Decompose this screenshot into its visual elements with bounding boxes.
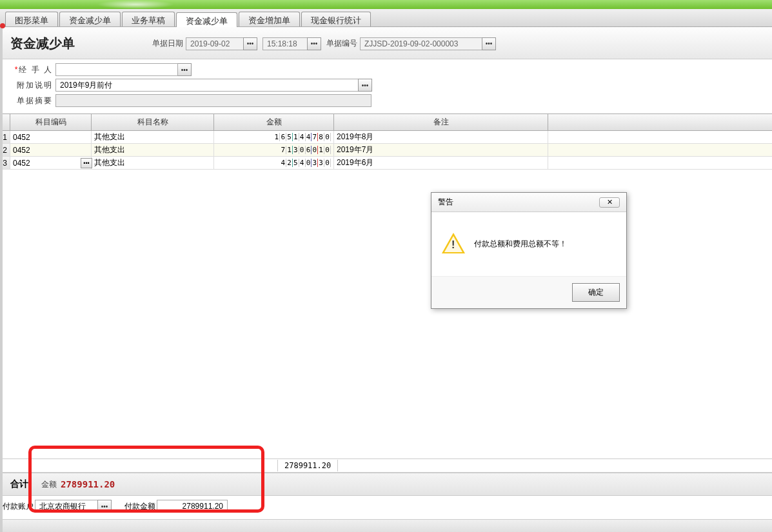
cell-amount[interactable]: 71306010 xyxy=(214,144,334,156)
docno-lookup-button[interactable]: ••• xyxy=(482,37,496,50)
tab-graphics-menu[interactable]: 图形菜单 xyxy=(5,12,58,26)
cell-remark[interactable]: 2019年7月 xyxy=(334,144,548,156)
docno-label: 单据编号 xyxy=(326,38,357,49)
dialog-body: ! 付款总额和费用总额不等！ xyxy=(431,212,626,277)
warning-icon: ! xyxy=(442,233,465,256)
note-input[interactable]: 2019年9月前付 xyxy=(55,79,359,92)
cell-code[interactable]: 0452 xyxy=(10,131,92,143)
grid-body: 10452其他支出1651447802019年8月20452其他支出713060… xyxy=(0,131,772,170)
window-chrome-top xyxy=(0,0,772,9)
cell-amount[interactable]: 165144780 xyxy=(214,131,334,143)
cell-code[interactable]: 0452••• xyxy=(10,157,92,169)
dialog-footer: 确定 xyxy=(431,277,626,308)
date-label: 单据日期 xyxy=(152,38,183,49)
col-amount[interactable]: 金额 xyxy=(214,114,334,130)
total-amount-value: 2789911.20 xyxy=(61,479,115,489)
handler-input[interactable] xyxy=(55,63,178,76)
tab-fund-decrease-1[interactable]: 资金减少单 xyxy=(59,12,121,26)
cell-amount[interactable]: 42540330 xyxy=(214,157,334,169)
row-lookup-button[interactable]: ••• xyxy=(81,158,92,168)
dialog-ok-button[interactable]: 确定 xyxy=(572,283,620,302)
tab-business-draft[interactable]: 业务草稿 xyxy=(122,12,175,26)
tab-bar: 图形菜单 资金减少单 业务草稿 资金减少单 资金增加单 现金银行统计 xyxy=(0,9,772,27)
pay-amount-label: 付款金额 xyxy=(124,501,155,512)
grid-header: 科目编码 科目名称 金额 备注 xyxy=(0,113,772,131)
docno-input[interactable]: ZJJSD-2019-09-02-000003 xyxy=(360,37,482,50)
note-lookup-button[interactable]: ••• xyxy=(358,79,372,92)
cell-name[interactable]: 其他支出 xyxy=(92,157,214,169)
page-title: 资金减少单 xyxy=(10,35,75,52)
document-header: 资金减少单 单据日期 2019-09-02 ••• 15:18:18 ••• 单… xyxy=(0,27,772,59)
warning-dialog: 警告 ✕ ! 付款总额和费用总额不等！ 确定 xyxy=(431,192,627,309)
table-row[interactable]: 10452其他支出1651447802019年8月 xyxy=(0,131,772,144)
cell-name[interactable]: 其他支出 xyxy=(92,131,214,143)
date-picker-button[interactable]: ••• xyxy=(243,37,257,50)
pay-account-label: 付款账户 xyxy=(3,501,34,512)
pay-account-lookup-button[interactable]: ••• xyxy=(97,500,112,513)
left-edge xyxy=(0,27,3,532)
cell-name[interactable]: 其他支出 xyxy=(92,144,214,156)
dialog-close-button[interactable]: ✕ xyxy=(599,197,620,208)
cell-remark[interactable]: 2019年6月 xyxy=(334,157,548,169)
status-bar xyxy=(0,519,772,532)
cell-code[interactable]: 0452 xyxy=(10,144,92,156)
total-label: 合计 xyxy=(10,478,28,490)
tab-cash-bank-stats[interactable]: 现金银行统计 xyxy=(301,12,371,26)
tab-fund-increase[interactable]: 资金增加单 xyxy=(239,12,300,26)
cell-remark[interactable]: 2019年8月 xyxy=(334,131,548,143)
form-area: *经 手 人 ••• 附加说明 2019年9月前付 ••• 单据摘要 xyxy=(0,59,772,113)
subtotal-bar: 2789911.20 xyxy=(0,458,772,473)
date-input[interactable]: 2019-09-02 xyxy=(186,37,244,50)
handler-lookup-button[interactable]: ••• xyxy=(177,63,192,76)
total-amount-label: 金额 xyxy=(41,479,57,490)
payment-row: 付款账户 北京农商银行 ••• 付款金额 2789911.20 xyxy=(0,496,772,517)
grid: 科目编码 科目名称 金额 备注 10452其他支出1651447802019年8… xyxy=(0,113,772,170)
table-row[interactable]: 20452其他支出713060102019年7月 xyxy=(0,144,772,157)
col-remark[interactable]: 备注 xyxy=(334,114,548,130)
footer-area: 2789911.20 合计 金额 2789911.20 付款账户 北京农商银行 … xyxy=(0,458,772,517)
dialog-message: 付款总额和费用总额不等！ xyxy=(474,239,567,250)
tab-fund-decrease-2[interactable]: 资金减少单 xyxy=(176,12,237,27)
time-picker-button[interactable]: ••• xyxy=(307,37,321,50)
handler-label: *经 手 人 xyxy=(10,64,55,75)
summary-input[interactable] xyxy=(55,94,371,107)
col-name[interactable]: 科目名称 xyxy=(92,114,214,130)
col-code[interactable]: 科目编码 xyxy=(10,114,92,130)
table-row[interactable]: 30452•••其他支出425403302019年6月 xyxy=(0,157,772,170)
pay-account-input[interactable]: 北京农商银行 xyxy=(35,500,98,513)
pay-amount-input[interactable]: 2789911.20 xyxy=(157,500,228,513)
time-input[interactable]: 15:18:18 xyxy=(262,37,308,50)
status-dot xyxy=(0,23,5,28)
dialog-titlebar[interactable]: 警告 ✕ xyxy=(431,193,626,212)
total-bar: 合计 金额 2789911.20 xyxy=(0,473,772,496)
subtotal-value: 2789911.20 xyxy=(277,460,338,471)
note-label: 附加说明 xyxy=(10,80,55,91)
summary-label: 单据摘要 xyxy=(10,95,55,106)
decorative-accent xyxy=(97,0,174,9)
dialog-title-text: 警告 xyxy=(438,197,453,208)
